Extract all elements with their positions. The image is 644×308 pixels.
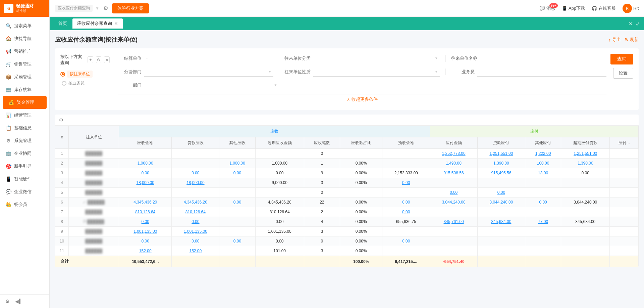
tab-close-window-btn[interactable]: ✕: [629, 20, 633, 27]
tab-expand-btn[interactable]: ⤢: [636, 20, 640, 27]
sidebar-label: 销售管理: [14, 61, 32, 67]
sidebar-label: 企业微信: [14, 189, 32, 195]
sidebar-item-search-menu[interactable]: 🔍 搜索菜单: [0, 19, 49, 32]
sidebar-label: 智能硬件: [14, 176, 32, 182]
tab-ar-ap-query[interactable]: 应收应付余额查询 ✕: [72, 18, 123, 29]
tab-home[interactable]: 首页: [54, 18, 72, 29]
sidebar-item-marketing[interactable]: 📢 营销推广: [0, 45, 49, 58]
th-ap-amount: 应付金额: [430, 137, 478, 149]
label-settlement: 结算单位: [118, 55, 142, 61]
dropdown-arrow-icon: ▼: [95, 6, 99, 11]
app-name: 畅捷通财: [16, 3, 34, 9]
sidebar-item-inventory[interactable]: 🏢 库存核算: [0, 83, 49, 96]
guide-icon: 🎯: [5, 164, 11, 169]
user-profile-btn[interactable]: R Rit: [623, 4, 639, 13]
sidebar-item-base-info[interactable]: 📋 基础信息: [0, 122, 49, 134]
filter-btn-col: 查询 设置: [606, 54, 633, 104]
sidebar-item-finance[interactable]: 💰 资金管理: [3, 96, 47, 109]
app-download-label: App下载: [569, 5, 585, 11]
set-btn[interactable]: 设置: [613, 68, 633, 79]
th-ap-more: 应付...: [610, 137, 639, 149]
online-service-btn[interactable]: 🎧 在线客服: [592, 5, 616, 11]
th-ar-count: 应收笔数: [304, 137, 340, 149]
footer-collapse-btn[interactable]: ◀▌: [15, 299, 22, 304]
notification-badge: 99+: [549, 3, 558, 8]
collapse-scheme-btn[interactable]: «: [104, 56, 110, 63]
add-scheme-btn[interactable]: +: [88, 56, 93, 63]
avatar: R: [623, 4, 632, 13]
search-filters: 结算单位 ··· 往来单位分类: [114, 54, 633, 104]
try-industry-btn[interactable]: 体验行业方案: [112, 3, 149, 13]
sidebar-item-wechat[interactable]: 💬 企业微信: [0, 185, 49, 198]
cell-ap-amount[interactable]: 1,252,773.00: [430, 149, 478, 159]
filter-partner-nature: 往来单位性质 ▼: [284, 67, 440, 77]
collapse-icon: ∧: [347, 97, 350, 102]
home-tab-label: 首页: [58, 20, 67, 27]
export-icon: ↑: [609, 37, 611, 42]
notifications-btn[interactable]: 💬 消息 99+: [540, 5, 555, 11]
page-title-bar: 应收应付余额查询(按往来单位) ↑ 导出 ↻ 刷新: [55, 36, 639, 44]
cell-rownum: 1: [55, 149, 69, 159]
dropdown-icon: ▼: [435, 56, 438, 60]
query-btn[interactable]: 查询: [610, 54, 633, 64]
table-settings-icon[interactable]: ⚙: [59, 117, 63, 123]
refresh-btn[interactable]: ↻ 刷新: [625, 37, 639, 43]
input-partner-cat[interactable]: ▼: [313, 54, 440, 63]
header-right: 💬 消息 99+ 📱 App下载 🎧 在线客服 R Rit: [540, 4, 639, 13]
nature-dropdown-icon: ▼: [435, 70, 438, 74]
sidebar: 6 畅捷通财 标准版 🔍 搜索菜单 🏠 快捷导航 📢 营销推广 🛒 销售: [0, 0, 50, 308]
sidebar-item-sales[interactable]: 🛒 销售管理: [0, 58, 49, 71]
header-gear-icon[interactable]: ⚙: [103, 5, 108, 11]
input-section-dept[interactable]: ▼: [144, 81, 279, 90]
input-partner-nature[interactable]: ▼: [313, 67, 440, 77]
sidebar-item-smart-hw[interactable]: 📱 智能硬件: [0, 173, 49, 185]
radio-by-staff: [62, 81, 66, 86]
tab-bar: 首页 应收应付余额查询 ✕ ✕ ⤢: [50, 17, 644, 30]
title-actions: ↑ 导出 ↻ 刷新: [609, 37, 639, 43]
table-row: 4 ██████ 18,000.00 18,000.00 9,000.00 3 …: [55, 178, 639, 188]
sidebar-item-guide[interactable]: 🎯 新手引导: [0, 160, 49, 173]
sidebar-item-quick-nav[interactable]: 🏠 快捷导航: [0, 32, 49, 45]
table-row: 5 ██████ 0 0.00: [55, 188, 639, 197]
collapse-more-btn[interactable]: ∧ 收起更多条件: [118, 94, 606, 104]
option-by-staff[interactable]: 按业务员: [62, 80, 110, 86]
sidebar-item-system[interactable]: ⚙ 系统管理: [0, 134, 49, 147]
filter-settlement-unit: 结算单位 ···: [118, 54, 273, 63]
app-download-btn[interactable]: 📱 App下载: [562, 5, 585, 11]
sidebar-item-operations[interactable]: 📊 经营管理: [0, 109, 49, 122]
edit-scheme-btn[interactable]: ⊙: [96, 56, 102, 63]
finance-icon: 💰: [8, 100, 14, 105]
input-settlement[interactable]: ···: [144, 54, 273, 63]
footer-settings-btn[interactable]: ⚙: [5, 299, 10, 304]
search-options: 按往来单位 按业务员: [60, 71, 110, 86]
option-by-unit[interactable]: 按往来单位: [60, 71, 110, 78]
sidebar-label: 系统管理: [14, 138, 32, 144]
input-dept[interactable]: ▼: [144, 67, 273, 77]
inventory-icon: 🏢: [5, 87, 11, 92]
input-salesperson[interactable]: ···: [477, 67, 606, 77]
by-staff-label: 按业务员: [68, 80, 85, 86]
sidebar-label: 基础信息: [14, 125, 32, 131]
sidebar-item-enterprise[interactable]: 🏢 企业协同: [0, 147, 49, 160]
sidebar-label: 快捷导航: [14, 36, 32, 42]
table-row: 2 ██████ 1,000.00 1,000.00 1,000.00 1 0.…: [55, 159, 639, 168]
filter-partner-name: 往来单位名称: [451, 54, 606, 63]
sidebar-item-member[interactable]: 👑 畅会员: [0, 198, 49, 211]
page-title: 应收应付余额查询(按往来单位): [55, 36, 138, 44]
sidebar-label: 资金管理: [17, 99, 34, 105]
label-section-dept: 部门: [118, 82, 142, 88]
header-left: 应收应付余额查询 ▼ ⚙ 体验行业方案: [55, 3, 149, 13]
filter-dept: 分管部门 ▼: [118, 67, 273, 77]
table-row: 8 P ██████ 0.00 0.00 0.00 4 0.00% 655,63…: [55, 217, 639, 227]
sidebar-item-purchase[interactable]: 📦 采购管理: [0, 71, 49, 83]
sidebar-label: 搜索菜单: [14, 23, 32, 29]
th-partner: 往来单位: [69, 126, 119, 149]
search-panel: 按以下方案查询 + ⊙ « 按往来单位: [55, 48, 639, 110]
table-container: ⚙ # 往来单位 应收 应付: [55, 115, 639, 267]
footer-row: 合计 19,553,472,6... 100.00% 6,417,215....…: [55, 256, 639, 267]
export-btn[interactable]: ↑ 导出: [609, 37, 621, 43]
tab-close-btn[interactable]: ✕: [114, 21, 118, 26]
sidebar-label: 采购管理: [14, 74, 32, 80]
filter-section-dept: 部门 ▼: [118, 81, 279, 90]
input-partner-name[interactable]: [480, 54, 606, 63]
